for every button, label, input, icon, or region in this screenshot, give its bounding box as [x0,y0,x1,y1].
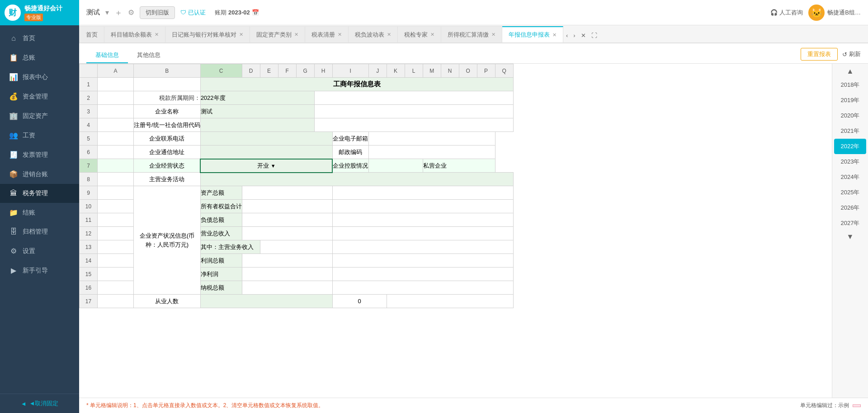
year-nav-up[interactable]: ▲ [845,66,856,77]
cell-2-rest[interactable] [314,91,513,105]
col-header-O[interactable]: O [459,64,477,78]
cell-3-A[interactable] [98,105,134,118]
tab-annual-report[interactable]: 年报信息申报表✕ [502,26,563,42]
col-header-P[interactable]: P [477,64,495,78]
tab-close-fixed-assets[interactable]: ✕ [294,32,298,38]
cell-13-rest[interactable] [332,240,513,254]
cell-16-C[interactable]: 纳税总额 [200,281,242,295]
cell-16-D[interactable] [242,281,332,295]
sidebar-item-guide[interactable]: ▶新手引导 [0,261,79,280]
year-item-2022年[interactable]: 2022年 [834,139,866,154]
cell-4-B[interactable]: 注册号/统一社会信用代码 [134,118,201,132]
cell-5-K[interactable] [368,132,495,145]
sidebar-item-funds[interactable]: 💰资金管理 [0,87,79,106]
cell-6-J[interactable]: 邮政编码 [332,145,368,159]
topbar-dropdown-arrow[interactable]: ▾ [105,8,109,17]
topbar-switch-button[interactable]: 切到旧版 [140,6,175,19]
cell-10-D[interactable] [242,200,332,213]
cell-12-D[interactable] [242,227,332,240]
year-item-2020年[interactable]: 2020年 [832,108,868,123]
col-header-G[interactable]: G [296,64,314,78]
col-header-J[interactable]: J [368,64,387,78]
sub-tab-other[interactable]: 其他信息 [128,48,170,63]
tab-close-tax-table[interactable]: ✕ [338,32,342,38]
cell-7-J[interactable]: 企业控股情况 [332,159,368,173]
cell-14-A[interactable] [98,254,134,268]
tab-close-tax-burden[interactable]: ✕ [387,32,391,38]
cell-14-C[interactable]: 利润总额 [200,254,242,268]
cell-16-A[interactable] [98,281,134,295]
tab-close-aux-balance[interactable]: ✕ [155,32,159,38]
year-item-2024年[interactable]: 2024年 [832,169,868,185]
year-item-2018年[interactable]: 2018年 [832,77,868,93]
cell-5-J[interactable]: 企业电子邮箱 [332,132,368,145]
cell-17-B[interactable]: 从业人数 [134,295,201,308]
cell-12-C[interactable]: 营业总收入 [200,227,242,240]
cell-14-rest[interactable] [332,254,513,268]
cell-6-A[interactable] [98,145,134,159]
cell-9-I[interactable] [332,186,513,200]
cell-9-B[interactable]: 企业资产状况信息(币种：人民币万元) [134,186,201,295]
year-item-2021年[interactable]: 2021年 [832,123,868,139]
cell-13-C[interactable]: 其中：主营业务收入 [200,240,260,254]
tab-fixed-assets[interactable]: 固定资产类别✕ [250,26,305,42]
sidebar-item-inventory[interactable]: 📦进销台账 [0,164,79,184]
col-header-H[interactable]: H [314,64,332,78]
col-header-B[interactable]: B [134,64,201,78]
topbar-add-btn[interactable]: ＋ [114,7,123,18]
cell-4-rest[interactable] [314,118,513,132]
year-nav-down[interactable]: ▼ [845,231,856,243]
tab-tax-table[interactable]: 税表清册✕ [305,26,349,42]
cell-2-C[interactable]: 2022年度 [200,91,314,105]
cell-3-B[interactable]: 企业名称 [134,105,201,118]
cell-11-A[interactable] [98,213,134,227]
sidebar-item-tax[interactable]: 🏛税务管理 [0,184,79,203]
sidebar-item-assets[interactable]: 🏢固定资产 [0,106,79,126]
cell-9-C[interactable]: 资产总额 [200,186,242,200]
sidebar-item-payroll[interactable]: 👥工资 [0,126,79,145]
cell-7-K[interactable] [368,159,423,173]
tabs-next-btn[interactable]: › [571,28,578,42]
tab-close-journal-bank[interactable]: ✕ [239,32,243,38]
cell-11-D[interactable] [242,213,332,227]
cell-15-C[interactable]: 净利润 [200,268,242,281]
col-header-E[interactable]: E [260,64,278,78]
year-item-2025年[interactable]: 2025年 [832,185,868,200]
cell-13-A[interactable] [98,240,134,254]
cell-5-B[interactable]: 企业联系电话 [134,132,201,145]
cell-9-D[interactable] [242,186,332,200]
col-header-M[interactable]: M [423,64,441,78]
cell-16-rest[interactable] [332,281,513,295]
cell-9-A[interactable] [98,186,134,200]
cell-14-D[interactable] [242,254,332,268]
col-header-A[interactable]: A [98,64,134,78]
year-item-2023年[interactable]: 2023年 [832,154,868,169]
col-header-C[interactable]: C [200,64,242,78]
cell-8-C[interactable] [200,173,513,186]
topbar-service-btn[interactable]: 🎧 人工咨询 [770,9,803,17]
reset-btn[interactable]: 重置报表 [801,48,838,61]
sidebar-item-archive[interactable]: 🗄归档管理 [0,222,79,241]
col-header-N[interactable]: N [441,64,459,78]
cell-5-A[interactable] [98,132,134,145]
tab-aux-balance[interactable]: 科目辅助余额表✕ [104,26,165,42]
tab-home[interactable]: 首页 [79,26,104,42]
cell-12-rest[interactable] [332,227,513,240]
tabs-expand-btn[interactable]: ⛶ [589,28,600,42]
cell-15-A[interactable] [98,268,134,281]
cell-17-rest[interactable] [387,295,513,308]
col-header-Q[interactable]: Q [495,64,513,78]
sub-tab-basic[interactable]: 基础信息 [86,48,128,63]
dropdown-arrow-icon[interactable]: ▼ [271,163,276,169]
cell-6-B[interactable]: 企业通信地址 [134,145,201,159]
cell-7-A[interactable] [98,159,134,173]
cell-17-J[interactable]: 0 [332,295,387,308]
tabs-prev-btn[interactable]: ‹ [563,28,571,42]
sidebar-item-invoice[interactable]: 🧾发票管理 [0,145,79,164]
tab-tax-burden[interactable]: 税负波动表✕ [349,26,398,42]
sidebar-item-reports[interactable]: 📊报表中心 [0,67,79,87]
calendar-icon[interactable]: 📅 [252,9,259,16]
year-item-2026年[interactable]: 2026年 [832,200,868,216]
col-header-D[interactable]: D [242,64,260,78]
col-header-I[interactable]: I [332,64,368,78]
